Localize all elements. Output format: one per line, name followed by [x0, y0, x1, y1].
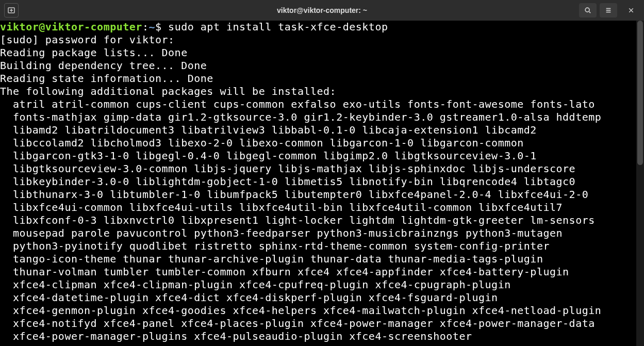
scrollbar-thumb[interactable]	[637, 21, 643, 165]
terminal-output[interactable]: viktor@viktor-computer:~$ sudo apt insta…	[0, 21, 636, 346]
window-titlebar: viktor@viktor-computer: ~	[0, 0, 644, 21]
vertical-scrollbar[interactable]	[636, 21, 644, 346]
close-button[interactable]	[622, 3, 640, 18]
svg-line-4	[589, 12, 591, 13]
search-button[interactable]	[579, 3, 597, 18]
new-tab-button[interactable]	[4, 3, 19, 18]
menu-button[interactable]	[600, 3, 617, 18]
svg-point-3	[585, 8, 589, 12]
window-title: viktor@viktor-computer: ~	[277, 6, 367, 14]
